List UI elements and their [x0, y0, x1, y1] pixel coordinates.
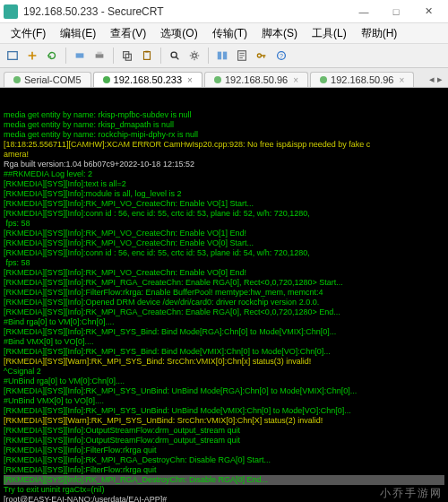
toolbar-paste-icon[interactable] [138, 47, 156, 65]
toolbar-separator [160, 48, 161, 64]
terminal-line: [18:18:25.556711][CAMHW]:XCAM ERROR CamH… [4, 140, 444, 150]
terminal-line: #Bind VMX[0] to VO[0].... [4, 337, 444, 347]
svg-rect-3 [97, 52, 101, 55]
terminal-line: [RKMEDIA][SYS][Warn]:RK_MPI_SYS_Bind: Sr… [4, 357, 444, 367]
status-dot-icon [13, 76, 21, 83]
svg-point-8 [171, 52, 177, 57]
terminal-line: [RKMEDIA][SYS][Info]:RK_MPI_VO_CreateChn… [4, 229, 444, 238]
toolbar-help-icon[interactable]: ? [272, 47, 290, 65]
toolbar-key-icon[interactable] [253, 47, 271, 65]
terminal-line: [RKMEDIA][SYS][Info]:RK_MPI_RGA_CreateCh… [4, 278, 444, 288]
terminal-line: amera! [4, 150, 444, 160]
terminal-line: media get entity by name: rkisp_dmapath … [4, 120, 444, 130]
tab-label: 192.168.50.96 [331, 74, 393, 85]
toolbar-find-icon[interactable] [166, 47, 184, 65]
terminal-line: [RKMEDIA][SYS][Info]:RK_MPI_SYS_Bind: Bi… [4, 327, 444, 337]
terminal-line: [RKMEDIA][SYS][Info]:text is all=2 [4, 179, 444, 189]
terminal-line: [RKMEDIA][SYS][Info]:RK_MPI_RGA_DestroyC… [4, 475, 444, 485]
terminal-line: #Bind rga[0] to VM[0]:Chn[0].... [4, 317, 444, 327]
menu-view[interactable]: 查看(V) [103, 24, 153, 43]
terminal-line: [RKMEDIA][SYS][Info]:RK_MPI_VO_CreateChn… [4, 199, 444, 209]
svg-rect-10 [218, 52, 221, 60]
tab-192-168-50-96-a[interactable]: 192.168.50.96 × [204, 72, 308, 87]
tab-label: 192.168.50.233 [114, 74, 182, 85]
menu-bar: 文件(F) 编辑(E) 查看(V) 选项(O) 传输(T) 脚本(S) 工具(L… [0, 23, 448, 43]
toolbar-connect-icon[interactable] [4, 47, 22, 65]
menu-options[interactable]: 选项(O) [153, 24, 204, 43]
menu-tools[interactable]: 工具(L) [305, 24, 354, 43]
svg-point-9 [193, 54, 196, 57]
terminal-line: [RKMEDIA][SYS][Info]:Opened DRM device /… [4, 298, 444, 307]
terminal-line: Rga built version:1.04 b6b07c9+2022-10-1… [4, 160, 444, 169]
session-tab-bar: Serial-COM5 192.168.50.233 × 192.168.50.… [0, 68, 448, 88]
tab-192-168-50-233[interactable]: 192.168.50.233 × [93, 72, 202, 87]
toolbar-options-icon[interactable] [185, 47, 203, 65]
terminal-line: #UnBind VMX[0] to VO[0].... [4, 396, 444, 406]
terminal-line: [RKMEDIA][SYS][Info]:FilterFlow:rkrga qu… [4, 446, 444, 455]
tab-192-168-50-96-b[interactable]: 192.168.50.96 × [310, 72, 414, 87]
svg-rect-6 [144, 52, 151, 60]
status-dot-icon [320, 76, 327, 83]
terminal-line: [RKMEDIA][SYS][Info]:conn id : 56, enc i… [4, 209, 444, 219]
terminal-line: fps: 58 [4, 258, 444, 268]
toolbar-host-icon[interactable] [71, 47, 89, 65]
terminal-line: Try to exit uninit rgaCtx=(nil) [4, 485, 444, 495]
svg-rect-11 [223, 52, 227, 60]
tab-close-icon[interactable]: × [293, 75, 298, 85]
app-icon [4, 4, 18, 19]
terminal-line: [root@EASY-EAI-NANO:/userdata/EAI-APP]# [4, 495, 444, 502]
tab-serial-com5[interactable]: Serial-COM5 [4, 72, 91, 87]
toolbar-session-icon[interactable] [213, 47, 231, 65]
terminal-line: ^Csignal 2 [4, 367, 444, 376]
svg-rect-0 [8, 52, 18, 60]
terminal-line: [RKMEDIA][SYS][Info]:FilterFlow:rkrga qu… [4, 465, 444, 475]
svg-point-13 [257, 54, 261, 57]
terminal-line: [RKMEDIA][SYS][Info]:conn id : 56, enc i… [4, 248, 444, 258]
toolbar-print-icon[interactable] [90, 47, 108, 65]
tab-label: Serial-COM5 [24, 74, 82, 85]
terminal-line: [RKMEDIA][SYS][Info]:FilterFlow:rkrga: E… [4, 288, 444, 298]
svg-rect-7 [145, 51, 149, 53]
terminal-line: #UnBind rga[0] to VM[0]:Chn[0].... [4, 376, 444, 386]
maximize-button[interactable]: □ [380, 0, 412, 23]
toolbar-log-icon[interactable] [233, 47, 251, 65]
svg-rect-1 [76, 53, 84, 57]
terminal-line: [RKMEDIA][SYS][Info]:module is all, log_… [4, 189, 444, 199]
terminal-line: media get entity by name: rockchip-mipi-… [4, 130, 444, 140]
watermark-text: 小乔手游网 [380, 489, 443, 498]
toolbar-quickconnect-icon[interactable] [23, 47, 41, 65]
toolbar: ? [0, 43, 448, 68]
terminal-line: [RKMEDIA][SYS][Info]:RK_MPI_RGA_CreateCh… [4, 307, 444, 317]
terminal-line: [RKMEDIA][SYS][Info]:RK_MPI_SYS_Bind: Bi… [4, 347, 444, 357]
menu-edit[interactable]: 编辑(E) [53, 24, 103, 43]
terminal-line: fps: 58 [4, 219, 444, 229]
toolbar-reconnect-icon[interactable] [43, 47, 61, 65]
toolbar-separator [208, 48, 209, 64]
window-titlebar: 192.168.50.233 - SecureCRT — □ ✕ [0, 0, 448, 23]
terminal-line: ##RKMEDIA Log level: 2 [4, 169, 444, 179]
terminal-line: [RKMEDIA][SYS][Info]:OutputStreamFlow:dr… [4, 426, 444, 436]
terminal-output[interactable]: media get entity by name: rkisp-mpfbc-su… [0, 88, 448, 502]
svg-text:?: ? [280, 53, 283, 59]
status-dot-icon [103, 76, 110, 83]
tab-close-icon[interactable]: × [399, 75, 404, 85]
window-title: 192.168.50.233 - SecureCRT [23, 5, 348, 18]
terminal-line: media get entity by name: rkisp-mpfbc-su… [4, 110, 444, 120]
terminal-line: [RKMEDIA][SYS][Warn]:RK_MPI_SYS_UnBind: … [4, 416, 444, 426]
tab-close-icon[interactable]: × [187, 75, 193, 85]
menu-script[interactable]: 脚本(S) [254, 24, 305, 43]
terminal-line: [RKMEDIA][SYS][Info]:RK_MPI_RGA_DestroyC… [4, 455, 444, 465]
toolbar-separator [113, 48, 114, 64]
menu-transfer[interactable]: 传输(T) [205, 24, 254, 43]
minimize-button[interactable]: — [348, 0, 380, 23]
terminal-line: [RKMEDIA][SYS][Info]:RK_MPI_VO_CreateChn… [4, 268, 444, 278]
status-dot-icon [214, 76, 221, 83]
menu-help[interactable]: 帮助(H) [354, 24, 405, 43]
toolbar-separator [65, 48, 66, 64]
terminal-line: [RKMEDIA][SYS][Info]:RK_MPI_SYS_UnBind: … [4, 406, 444, 416]
menu-file[interactable]: 文件(F) [4, 24, 53, 43]
terminal-line: [RKMEDIA][SYS][Info]:RK_MPI_VO_CreateChn… [4, 238, 444, 248]
toolbar-copy-icon[interactable] [118, 47, 136, 65]
tab-scroll-arrows[interactable]: ◂ ▸ [424, 72, 448, 87]
close-button[interactable]: ✕ [412, 0, 444, 23]
